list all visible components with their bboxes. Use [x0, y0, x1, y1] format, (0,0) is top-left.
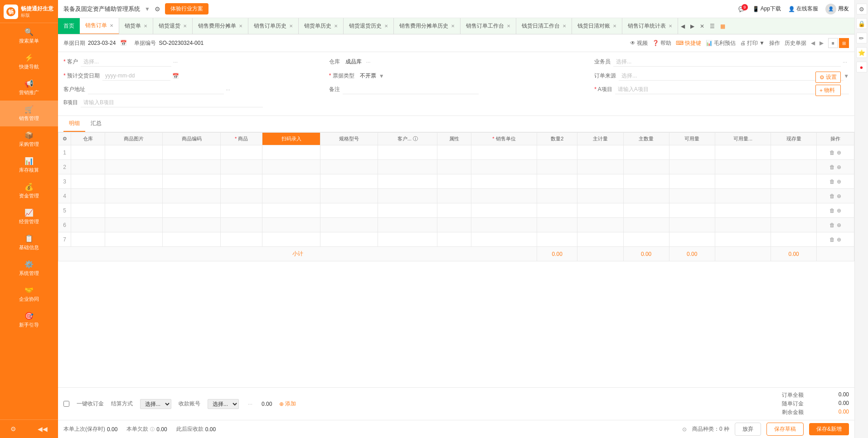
tab-close-icon[interactable]: ✕ — [384, 24, 388, 29]
tabs-expand-arrow[interactable]: ✕ — [697, 23, 707, 29]
cell-mainunit-7[interactable] — [577, 232, 623, 247]
sidebar-item-marketing[interactable]: 📢 营销推广 — [0, 75, 58, 101]
date-value[interactable]: 2023-03-24 — [88, 40, 116, 46]
cell-spec-5[interactable] — [320, 203, 378, 218]
tab-close-icon[interactable]: ✕ — [613, 24, 616, 29]
right-panel-btn-4[interactable]: ⭐ — [856, 47, 867, 58]
view-action-btn[interactable]: 👁 视频 — [630, 39, 648, 47]
cell-mainunit-3[interactable] — [577, 174, 623, 189]
cell-avail2-6[interactable] — [715, 218, 771, 232]
copy-row-btn-4[interactable]: ⊕ — [837, 193, 841, 199]
right-panel-btn-2[interactable]: 🔒 — [856, 18, 867, 29]
cell-current-4[interactable] — [771, 189, 817, 203]
cell-code-5[interactable] — [163, 203, 221, 218]
prev-record-btn[interactable]: ◀ — [811, 40, 815, 46]
sidebar-item-quick-nav[interactable]: ⚡ 快捷导航 — [0, 49, 58, 75]
cell-customer-4[interactable] — [378, 189, 437, 203]
cell-avail-7[interactable] — [669, 232, 715, 247]
tab-home[interactable]: 首页 — [58, 18, 80, 34]
cell-mainunit-6[interactable] — [577, 218, 623, 232]
tab-close-icon[interactable]: ✕ — [289, 24, 293, 29]
cell-product-7[interactable] — [220, 232, 262, 247]
sidebar-item-basic-info[interactable]: 📋 基础信息 — [0, 230, 58, 255]
cell-attr-5[interactable] — [437, 203, 471, 218]
add-payment-btn[interactable]: ⊕ 添加 — [279, 400, 296, 408]
cell-mainqty-1[interactable] — [623, 145, 669, 160]
tab-close-icon[interactable]: ✕ — [563, 24, 566, 29]
sidebar-item-purchase[interactable]: 📦 采购管理 — [0, 126, 58, 152]
warehouse-dots-icon[interactable]: ··· — [364, 59, 373, 65]
tab-sales-return[interactable]: 销货退货 ✕ — [153, 18, 193, 34]
cell-attr-7[interactable] — [437, 232, 471, 247]
cell-warehouse-6[interactable] — [71, 218, 105, 232]
note-input[interactable] — [343, 85, 479, 94]
cell-warehouse-2[interactable] — [71, 160, 105, 174]
settlement-select[interactable]: 选择... — [140, 399, 171, 409]
calendar-icon[interactable]: 📅 — [120, 40, 127, 46]
cell-mainunit-1[interactable] — [577, 145, 623, 160]
message-badge[interactable]: 💬 9 — [738, 6, 745, 12]
cell-spec-6[interactable] — [320, 218, 378, 232]
cell-image-7[interactable] — [105, 232, 163, 247]
cell-avail2-7[interactable] — [715, 232, 771, 247]
tab-close-icon[interactable]: ✕ — [507, 24, 510, 29]
cell-product-1[interactable] — [220, 145, 262, 160]
delete-row-btn-4[interactable]: 🗑 — [829, 193, 835, 199]
cell-mainqty-5[interactable] — [623, 203, 669, 218]
cell-unit-7[interactable] — [471, 232, 537, 247]
cell-attr-2[interactable] — [437, 160, 471, 174]
tab-expense-history[interactable]: 销售费用分摊单历史 ✕ — [394, 18, 461, 34]
tabs-menu-icon[interactable]: ☰ — [707, 23, 718, 29]
sidebar-item-system[interactable]: ⚙️ 系统管理 — [0, 255, 58, 281]
cell-image-3[interactable] — [105, 174, 163, 189]
cell-image-4[interactable] — [105, 189, 163, 203]
delivery-date-input[interactable] — [102, 71, 170, 81]
cell-customer-1[interactable] — [378, 145, 437, 160]
tab-invoice-history[interactable]: 销货单历史 ✕ — [299, 18, 344, 34]
cell-mainqty-4[interactable] — [623, 189, 669, 203]
delete-row-btn-7[interactable]: 🗑 — [829, 236, 835, 243]
tabs-options-icon[interactable]: ▦ — [718, 23, 728, 29]
tab-detail[interactable]: 明细 — [63, 116, 85, 132]
cell-product-6[interactable] — [220, 218, 262, 232]
cell-avail-4[interactable] — [669, 189, 715, 203]
cell-avail2-1[interactable] — [715, 145, 771, 160]
next-record-btn[interactable]: ▶ — [820, 40, 824, 46]
cell-code-7[interactable] — [163, 232, 221, 247]
tab-daily-clear[interactable]: 钱货日清工作台 ✕ — [516, 18, 572, 34]
cell-avail-5[interactable] — [669, 203, 715, 218]
horizontal-scrollbar[interactable] — [63, 384, 849, 387]
warehouse-value[interactable]: 成品库 — [343, 57, 364, 67]
copy-row-btn-3[interactable]: ⊕ — [837, 178, 841, 185]
salesperson-input[interactable] — [613, 57, 841, 67]
col-scan[interactable]: 扫码录入 — [262, 133, 320, 145]
cell-unit-6[interactable] — [471, 218, 537, 232]
cell-scan-3[interactable] — [262, 174, 320, 189]
cell-customer-2[interactable] — [378, 160, 437, 174]
history-action-btn[interactable]: 历史单据 — [785, 39, 806, 47]
cell-image-5[interactable] — [105, 203, 163, 218]
add-material-btn[interactable]: + 物料 — [815, 85, 841, 96]
tabs-prev-arrow[interactable]: ◀ — [678, 23, 688, 29]
cell-product-2[interactable] — [220, 160, 262, 174]
cell-mainunit-2[interactable] — [577, 160, 623, 174]
cell-spec-2[interactable] — [320, 160, 378, 174]
sidebar-item-finance[interactable]: 💰 资金管理 — [0, 178, 58, 204]
a-project-input[interactable] — [615, 85, 849, 94]
cell-product-5[interactable] — [220, 203, 262, 218]
right-panel-btn-1[interactable]: ⚙ — [856, 4, 867, 14]
delete-row-btn-1[interactable]: 🗑 — [829, 149, 835, 156]
cell-code-6[interactable] — [163, 218, 221, 232]
sidebar-settings-btn[interactable]: ⚙ — [9, 424, 18, 434]
cell-code-2[interactable] — [163, 160, 221, 174]
date-calendar-icon[interactable]: 📅 — [170, 73, 181, 79]
form-view-btn[interactable]: ⊞ — [839, 38, 849, 48]
cell-current-7[interactable] — [771, 232, 817, 247]
cell-unit-1[interactable] — [471, 145, 537, 160]
cell-mainqty-6[interactable] — [623, 218, 669, 232]
order-source-dropdown-icon[interactable]: ▼ — [844, 73, 849, 79]
tab-close-icon[interactable]: ✕ — [239, 24, 242, 29]
cell-scan-4[interactable] — [262, 189, 320, 203]
sidebar-item-guide[interactable]: 🎯 新手引导 — [0, 307, 58, 333]
cell-spec-4[interactable] — [320, 189, 378, 203]
